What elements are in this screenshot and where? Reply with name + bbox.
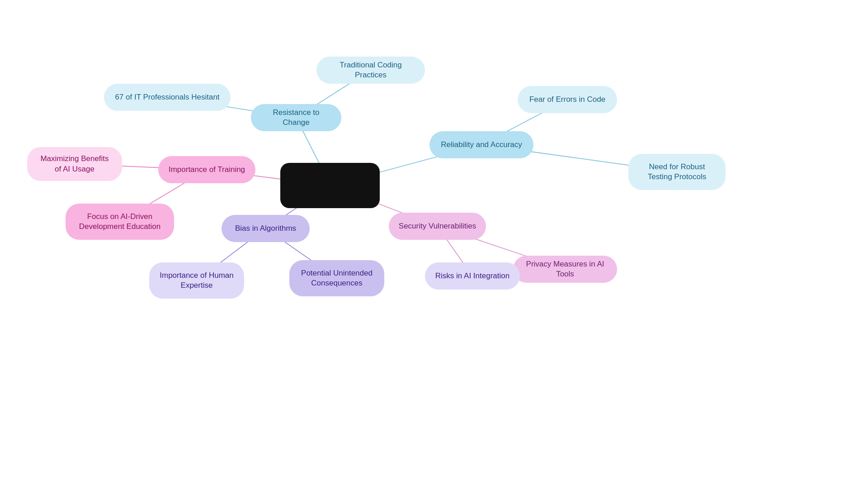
- center-node: [280, 163, 380, 208]
- training-node: Importance of Training: [158, 156, 255, 183]
- bias-node: Bias in Algorithms: [222, 215, 310, 242]
- risks-node: Risks in AI Integration: [425, 262, 520, 290]
- resistance-node: Resistance to Change: [251, 104, 341, 131]
- reliability-node: Reliability and Accuracy: [429, 131, 533, 158]
- unintended-node: Potential Unintended Consequences: [289, 260, 384, 296]
- maximizing-node: Maximizing Benefits of AI Usage: [27, 147, 122, 181]
- hesitant-node: 67 of IT Professionals Hesitant: [104, 84, 231, 111]
- fear-node: Fear of Errors in Code: [518, 86, 617, 113]
- human-node: Importance of Human Expertise: [149, 262, 244, 299]
- robust-node: Need for Robust Testing Protocols: [628, 154, 726, 190]
- traditional-node: Traditional Coding Practices: [316, 57, 425, 84]
- security-node: Security Vulnerabilities: [389, 213, 486, 240]
- focus-node: Focus on AI-Driven Development Education: [66, 204, 174, 240]
- privacy-node: Privacy Measures in AI Tools: [513, 256, 617, 283]
